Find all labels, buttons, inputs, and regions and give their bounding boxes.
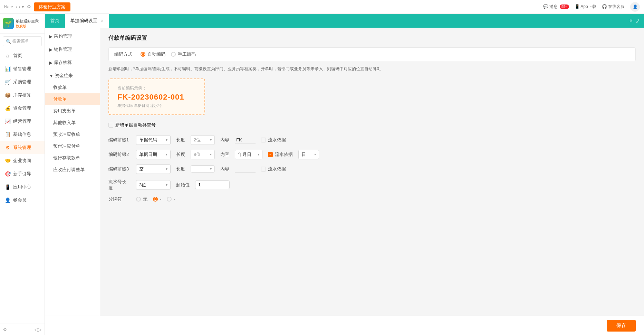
sidebar-item-cooperation[interactable]: 🤝 企业协同 bbox=[0, 154, 45, 167]
save-button[interactable]: 保存 bbox=[607, 320, 636, 332]
sidebar-item-home[interactable]: ⌂ 首页 bbox=[0, 49, 45, 62]
prefix2-serial-unit-select[interactable]: 日 ▾ bbox=[298, 150, 319, 159]
trial-button[interactable]: 体验行业方案 bbox=[34, 2, 70, 11]
sec-item-receipt[interactable]: 收款单 bbox=[45, 82, 100, 93]
sec-header-purchase[interactable]: ▶ 采购管理 bbox=[45, 30, 100, 42]
sec-header-inventory[interactable]: ▶ 库存核算 bbox=[45, 57, 100, 68]
prefix3-content-label: 内容 bbox=[220, 166, 229, 172]
operations-icon: 📈 bbox=[5, 119, 10, 124]
tab-setting-label: 单据编码设置 bbox=[70, 18, 97, 24]
sidebar-item-operations[interactable]: 📈 经营管理 bbox=[0, 115, 45, 128]
sec-header-sales[interactable]: ▶ 销售管理 bbox=[45, 44, 100, 55]
prefix3-serial-checkbox bbox=[261, 167, 266, 171]
search-button[interactable]: 🔍 搜索菜单 bbox=[3, 36, 42, 46]
prefix2-length-label: 长度 bbox=[176, 151, 185, 158]
dropdown-icon[interactable]: ▾ bbox=[22, 4, 24, 9]
prefix2-unit-arrow-icon: ▾ bbox=[314, 152, 316, 156]
sep-dot-label: · bbox=[174, 196, 175, 202]
prefix3-length-select[interactable]: ▾ bbox=[191, 165, 215, 173]
cooperation-icon: 🤝 bbox=[5, 158, 10, 164]
sep-dot[interactable]: · bbox=[167, 196, 175, 202]
arrow-right-icon[interactable]: › bbox=[19, 4, 20, 9]
prefix2-content-label: 内容 bbox=[220, 151, 229, 158]
guide-icon: 🎯 bbox=[5, 171, 10, 177]
settings-icon-btn[interactable]: ⚙ bbox=[3, 327, 7, 332]
prefix2-content-select[interactable]: 年月日 ▾ bbox=[235, 150, 262, 159]
chevron-right-icon: ▶ bbox=[49, 47, 52, 52]
prefix1-content-input[interactable] bbox=[235, 137, 256, 143]
gear-icon[interactable]: ⚙ bbox=[27, 4, 31, 9]
prefix2-length-select[interactable]: 8位 ▾ bbox=[191, 150, 215, 159]
footer-bar: 保存 bbox=[45, 316, 644, 335]
chevron-down-icon: ▼ bbox=[49, 73, 54, 78]
tab-collapse-btn[interactable]: × bbox=[629, 18, 633, 24]
sep-dot-circle bbox=[167, 197, 172, 202]
sidebar-logo: 🌱 畅捷通好生意 旗舰版 bbox=[0, 14, 45, 34]
sidebar-item-system[interactable]: ⚙ 系统管理 bbox=[0, 141, 45, 154]
prefix3-row: 编码前缀3 空 ▾ 长度 ▾ 内容 bbox=[108, 164, 636, 174]
auto-fill-checkbox[interactable] bbox=[108, 123, 113, 128]
prefix2-content-arrow-icon: ▾ bbox=[258, 152, 259, 156]
online-service-item[interactable]: 🎧 在线客服 bbox=[602, 4, 625, 10]
sidebar-item-purchase[interactable]: 🛒 采购管理 bbox=[0, 75, 45, 89]
prefix2-serial-check[interactable]: 流水依据 bbox=[268, 151, 293, 158]
sidebar-item-inventory[interactable]: 📦 库存核算 bbox=[0, 89, 45, 102]
serial-start-input[interactable] bbox=[195, 180, 230, 189]
tab-home[interactable]: 首页 bbox=[45, 14, 65, 28]
sep-none[interactable]: 无 bbox=[136, 196, 147, 202]
sec-item-other-income[interactable]: 其他收入单 bbox=[45, 117, 100, 129]
content-area: ▶ 采购管理 ▶ 销售管理 ▶ 库存核算 bbox=[45, 28, 644, 316]
sidebar-item-label: 首页 bbox=[13, 53, 22, 59]
sec-group-sales: ▶ 销售管理 bbox=[45, 44, 100, 55]
sidebar-search: 🔍 搜索菜单 bbox=[0, 34, 45, 49]
sep-dash-label: - bbox=[160, 196, 161, 202]
sec-header-capital[interactable]: ▼ 资金往来 bbox=[45, 70, 100, 82]
sidebar-item-sales[interactable]: 📊 销售管理 bbox=[0, 62, 45, 75]
user-avatar[interactable]: 👤 bbox=[630, 2, 640, 12]
sec-item-advance-receivable[interactable]: 预收冲应收单 bbox=[45, 129, 100, 140]
sidebar-item-app[interactable]: 📱 应用中心 bbox=[0, 180, 45, 194]
collapse-sidebar-btn[interactable]: ◁▷ bbox=[34, 327, 42, 332]
tab-close-icon[interactable]: × bbox=[101, 18, 103, 23]
serial-number-arrow-icon: ▾ bbox=[166, 183, 167, 187]
prefix3-content-input[interactable] bbox=[235, 166, 256, 173]
prefix3-serial-label: 流水依据 bbox=[268, 166, 286, 172]
prefix2-select[interactable]: 单据日期 ▾ bbox=[136, 150, 171, 159]
radio-manual-label: 手工编码 bbox=[178, 51, 196, 57]
sec-item-payment[interactable]: 付款单 bbox=[45, 93, 100, 105]
app-download-item[interactable]: 📱 App下载 bbox=[575, 4, 596, 10]
prefix2-label: 编码前缀2 bbox=[108, 151, 131, 158]
sep-dash[interactable]: - bbox=[153, 196, 161, 202]
sidebar-item-basic[interactable]: 📋 基础信息 bbox=[0, 128, 45, 141]
sidebar-item-label: 应用中心 bbox=[13, 184, 31, 190]
sec-item-advance-payable[interactable]: 预付冲应付单 bbox=[45, 140, 100, 152]
preview-box: 当前编码示例： FK-20230602-001 单据代码-单据日期-流水号 bbox=[108, 78, 205, 115]
sec-item-expense[interactable]: 费用支出单 bbox=[45, 105, 100, 117]
arrow-left-icon[interactable]: ‹ bbox=[16, 4, 17, 9]
sidebar-item-guide[interactable]: 🎯 新手引导 bbox=[0, 167, 45, 180]
prefix1-select[interactable]: 单据代码 ▾ bbox=[136, 135, 171, 145]
sidebar-item-member[interactable]: 👤 畅会员 bbox=[0, 194, 45, 207]
prefix1-serial-check[interactable]: 流水依据 bbox=[261, 137, 286, 143]
tab-setting[interactable]: 单据编码设置 × bbox=[65, 14, 109, 28]
prefix2-serial-label: 流水依据 bbox=[275, 151, 293, 158]
top-bar: Nare ‹ › ▾ ⚙ 体验行业方案 💬 消息 99+ 📱 App下载 🎧 在… bbox=[0, 0, 644, 14]
sec-item-bank-deposit[interactable]: 银行存取款单 bbox=[45, 152, 100, 164]
radio-auto-label: 自动编码 bbox=[147, 51, 165, 57]
chevron-right-icon: ▶ bbox=[49, 60, 52, 65]
sidebar-item-label: 系统管理 bbox=[13, 145, 31, 151]
prefix3-serial-check[interactable]: 流水依据 bbox=[261, 166, 286, 172]
tab-expand-btn[interactable]: ⤢ bbox=[635, 18, 640, 24]
sec-item-ar-ap-adjust[interactable]: 应收应付调整单 bbox=[45, 164, 100, 176]
message-badge: 99+ bbox=[560, 4, 569, 9]
serial-number-select[interactable]: 3位 ▾ bbox=[136, 180, 171, 190]
sidebar-item-finance[interactable]: 💰 资金管理 bbox=[0, 102, 45, 115]
sidebar-item-label: 资金管理 bbox=[13, 105, 31, 111]
auto-fill-row: 新增单据自动补空号 bbox=[108, 122, 636, 128]
prefix3-select[interactable]: 空 ▾ bbox=[136, 164, 171, 174]
message-item[interactable]: 💬 消息 99+ bbox=[543, 4, 569, 10]
prefix1-length-select[interactable]: 2位 ▾ bbox=[191, 135, 215, 145]
radio-auto[interactable]: 自动编码 bbox=[141, 51, 165, 57]
radio-manual[interactable]: 手工编码 bbox=[171, 51, 196, 57]
purchase-icon: 🛒 bbox=[5, 79, 10, 85]
